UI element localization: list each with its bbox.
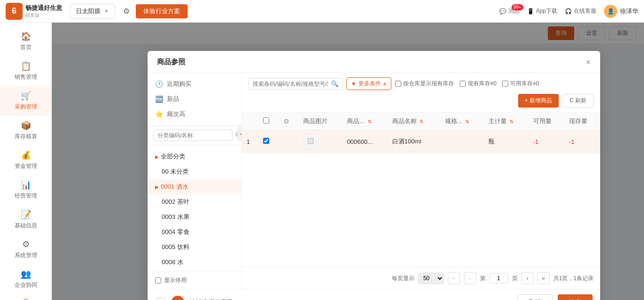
sidebar-item-finance[interactable]: 💰 资金管理 — [0, 145, 51, 175]
home-icon: 🏠 — [21, 31, 31, 42]
category-item-drinks[interactable]: 0005 饮料 — [148, 240, 241, 255]
page-size-label: 每页显示 — [392, 275, 414, 283]
table-body: 1 🖼 000600... 白酒100ml — [242, 130, 600, 153]
category-item-water[interactable]: 0008 水 — [148, 255, 241, 270]
modal-title: 商品参照 — [157, 58, 185, 67]
category-item-all[interactable]: ▶ 全部分类 — [148, 149, 241, 164]
available-nonzero-filter[interactable]: 可用库存≠0 — [502, 80, 539, 88]
logo-icon: 6 — [6, 3, 23, 20]
quick-link-new[interactable]: 🆕 新品 — [148, 92, 241, 107]
cancel-button[interactable]: 取消 — [517, 294, 553, 300]
gear-button[interactable]: ⚙ — [119, 4, 134, 19]
inventory-icon: 📦 — [21, 120, 31, 131]
modal-close-button[interactable]: × — [586, 58, 591, 67]
quick-link-frequent[interactable]: ⭐ 频次高 — [148, 107, 241, 122]
modal-toolbar: 🔍 ▼ 更多条件 ∧ 按仓库显示现有库存 — [242, 73, 600, 113]
select-all-checkbox[interactable] — [263, 117, 269, 124]
category-item-liquor[interactable]: ▶ 0001 酒水 — [148, 179, 241, 194]
content-area: 查询 设置 刷新 商品参照 × — [52, 23, 644, 300]
th-available: 可用量 — [528, 113, 564, 130]
page-label2: 页 — [512, 275, 518, 283]
product-search-icon[interactable]: 🔍 — [331, 80, 339, 87]
sort-name-icon: ⇅ — [420, 119, 423, 124]
modal-box: 商品参照 × 🕐 近期购买 🆕 — [148, 51, 600, 300]
page-number-input[interactable] — [489, 273, 508, 283]
sidebar-item-inventory[interactable]: 📦 库存核算 — [0, 116, 51, 145]
quick-links-section: 🕐 近期购买 🆕 新品 ⭐ 频次高 — [148, 73, 241, 126]
product-table: ⚙ 商品图片 商品... ⇅ — [242, 113, 600, 153]
by-warehouse-filter[interactable]: 按仓库显示现有库存 — [395, 80, 454, 88]
sidebar-item-purchase[interactable]: 🛒 采购管理 — [0, 86, 51, 116]
quick-link-recent[interactable]: 🕐 近期购买 — [148, 76, 241, 92]
trial-button[interactable]: 体验行业方案 — [136, 4, 188, 18]
company-dropdown[interactable]: 日太阳膜 ▼ — [70, 4, 115, 19]
system-icon: ⚙ — [22, 239, 30, 250]
pagination-bar: 每页显示 50 10 20 100 « ‹ 第 页 — [242, 267, 600, 289]
logo-area: 6 畅捷通好生意 销售版 — [6, 3, 62, 20]
sidebar-item-business[interactable]: 📊 经营管理 — [0, 175, 51, 205]
category-item-fruit[interactable]: 0003 水果 — [148, 209, 241, 225]
prev-page-button[interactable]: ‹ — [464, 272, 476, 284]
category-list: ▶ 全部分类 00 未分类 ▶ 0001 酒水 0002 茶 — [148, 145, 241, 271]
cart-icon: 🛒 — [171, 296, 184, 300]
sidebar-item-system[interactable]: ⚙ 系统管理 — [0, 234, 51, 264]
page-label: 第 — [480, 275, 486, 283]
more-filters-button[interactable]: ▼ 更多条件 ∧ — [347, 77, 391, 90]
sidebar-item-sales[interactable]: 📋 销售管理 — [0, 56, 51, 86]
footer-actions: 取消 确定 — [517, 294, 593, 300]
user-avatar-area[interactable]: 👤 徐泽华 — [604, 5, 638, 18]
modal-left-panel: 🕐 近期购买 🆕 新品 ⭐ 频次高 — [148, 73, 242, 289]
page-size-select[interactable]: 50 10 20 100 — [418, 273, 444, 284]
sidebar-item-basic-info[interactable]: 📝 基础信息 — [0, 205, 51, 234]
td-unit: 瓶 — [484, 130, 528, 153]
refresh-product-button[interactable]: C 刷新 — [562, 94, 594, 108]
modal-right-panel: 🔍 ▼ 更多条件 ∧ 按仓库显示现有库存 — [242, 73, 600, 289]
first-page-button[interactable]: « — [448, 272, 460, 284]
total-info: 共1页，1条记录 — [553, 275, 594, 283]
by-warehouse-checkbox[interactable] — [395, 81, 401, 87]
sidebar-item-enterprise[interactable]: 👥 企业协同 — [0, 264, 51, 294]
th-image: 商品图片 — [298, 113, 342, 130]
sidebar-item-guide[interactable]: 🎯 新手引导 — [0, 294, 51, 300]
product-table-container: ⚙ 商品图片 商品... ⇅ — [242, 113, 600, 267]
star-icon: ⭐ — [155, 110, 163, 118]
available-nonzero-checkbox[interactable] — [502, 81, 508, 87]
messages-nav-item[interactable]: 💬 消息 99+ — [499, 7, 520, 15]
th-name: 商品名称 ⇅ — [388, 113, 440, 130]
headset-icon: 🎧 — [565, 8, 572, 15]
add-product-button[interactable]: + 新增商品 — [518, 94, 559, 108]
sidebar-item-home[interactable]: 🏠 首页 — [0, 26, 51, 56]
help-icon[interactable]: ? — [155, 297, 165, 300]
row-checkbox[interactable] — [263, 138, 269, 144]
enterprise-icon: 👥 — [21, 269, 31, 279]
next-page-button[interactable]: › — [521, 272, 534, 284]
table-row[interactable]: 1 🖼 000600... 白酒100ml — [242, 130, 600, 153]
th-spec: 规格... ⇅ — [440, 113, 484, 130]
th-num — [242, 113, 258, 130]
stock-nonzero-checkbox[interactable] — [460, 81, 466, 87]
stock-nonzero-filter[interactable]: 现有库存≠0 — [460, 80, 496, 88]
last-page-button[interactable]: » — [537, 272, 550, 284]
show-disabled-checkbox[interactable] — [155, 277, 161, 283]
category-item-snacks[interactable]: 0004 零食 — [148, 225, 241, 240]
checkbox-filters-area: 按仓库显示现有库存 现有库存≠0 可用库存≠0 — [395, 80, 539, 88]
nav-right-area: 💬 消息 99+ 📱 App下载 🎧 在线客服 👤 徐泽华 — [499, 5, 638, 18]
modal-footer: ? 🛒 连续选择的商品 0 ∧ 取消 确定 — [148, 289, 600, 300]
category-search-input[interactable] — [153, 130, 232, 141]
product-search-input[interactable] — [253, 81, 328, 87]
show-disabled-label: 显示停用 — [164, 276, 187, 284]
top-navigation: 6 畅捷通好生意 销售版 日太阳膜 ▼ ⚙ 体验行业方案 💬 消息 99+ 📱 … — [0, 0, 644, 23]
category-item-uncategorized[interactable]: 00 未分类 — [148, 164, 241, 179]
left-panel-collapse-btn[interactable]: ◀ — [238, 126, 242, 141]
purchase-icon: 🛒 — [21, 91, 31, 101]
app-download-nav-item[interactable]: 📱 App下载 — [527, 7, 557, 15]
td-name: 白酒100ml — [388, 130, 440, 153]
confirm-button[interactable]: 确定 — [558, 294, 593, 300]
column-settings-icon[interactable]: ⚙ — [283, 117, 289, 125]
finance-icon: 💰 — [21, 150, 31, 160]
main-layout: 🏠 首页 📋 销售管理 🛒 采购管理 📦 库存核算 💰 资金管理 📊 经营管理 … — [0, 23, 644, 300]
customer-service-nav-item[interactable]: 🎧 在线客服 — [565, 7, 596, 15]
info-icon: 📝 — [21, 209, 31, 220]
modal-header: 商品参照 × — [148, 51, 600, 73]
category-item-tea[interactable]: 0002 茶叶 — [148, 194, 241, 209]
